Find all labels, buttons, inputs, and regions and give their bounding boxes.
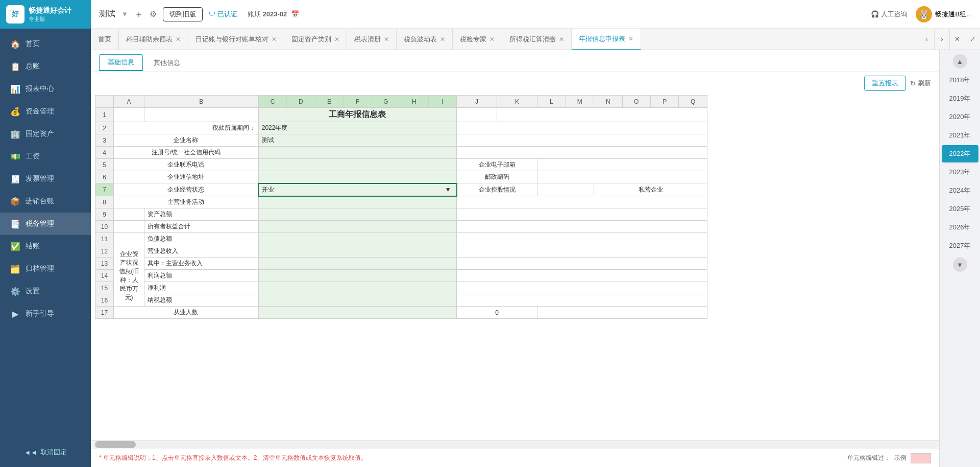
cell-15b[interactable]: 净利润 bbox=[144, 282, 259, 294]
year-item-2018年[interactable]: 2018年 bbox=[942, 72, 978, 89]
refresh-button[interactable]: ↻ 刷新 bbox=[910, 79, 931, 88]
cell-3j[interactable] bbox=[457, 134, 707, 147]
cell-6j[interactable]: 邮政编码 bbox=[457, 171, 537, 183]
cell-10j[interactable] bbox=[457, 221, 707, 233]
cell-9c[interactable] bbox=[258, 208, 456, 221]
scroll-thumb[interactable] bbox=[95, 441, 136, 448]
cell-3label[interactable]: 企业名称 bbox=[114, 134, 259, 147]
tab-3[interactable]: 固定资产类别✕ bbox=[284, 29, 347, 50]
switch-version-button[interactable]: 切到旧版 bbox=[163, 7, 203, 21]
tab-close-icon[interactable]: ✕ bbox=[559, 36, 564, 43]
cell-12a[interactable]: 企业资产状况信息(币种：人民币万元) bbox=[114, 245, 144, 307]
cell-5value[interactable] bbox=[258, 159, 456, 171]
sidebar-item-归档管理[interactable]: 🗂️归档管理 bbox=[0, 258, 91, 280]
subtab-其他信息[interactable]: 其他信息 bbox=[145, 55, 189, 71]
cell-8j[interactable] bbox=[457, 196, 707, 208]
tab-7[interactable]: 所得税汇算清缴✕ bbox=[502, 29, 572, 50]
cell-13c[interactable] bbox=[258, 258, 456, 270]
tab-5[interactable]: 税负波动表✕ bbox=[397, 29, 453, 50]
tab-next-button[interactable]: › bbox=[934, 29, 949, 50]
tab-prev-button[interactable]: ‹ bbox=[919, 29, 934, 50]
cell-16j[interactable] bbox=[457, 294, 707, 307]
cell-1j[interactable] bbox=[457, 108, 497, 122]
cell-12c[interactable] bbox=[258, 245, 456, 258]
cell-11b[interactable]: 负债总额 bbox=[144, 233, 259, 245]
cell-17l[interactable] bbox=[537, 307, 707, 319]
cell-12b[interactable]: 营业总收入 bbox=[144, 245, 259, 258]
cell-8value[interactable] bbox=[258, 196, 456, 208]
year-scroll-down-button[interactable]: ▼ bbox=[953, 258, 967, 272]
calendar-icon[interactable]: 📅 bbox=[291, 10, 299, 18]
sidebar-item-总账[interactable]: 📋总账 bbox=[0, 55, 91, 78]
collapse-button[interactable]: ◄◄ 取消固定 bbox=[0, 442, 91, 462]
tab-close-icon[interactable]: ✕ bbox=[272, 36, 277, 43]
tab-4[interactable]: 税表清册✕ bbox=[347, 29, 397, 50]
cell-11a[interactable] bbox=[114, 233, 144, 245]
reset-button[interactable]: 重置报表 bbox=[864, 76, 906, 91]
cell-7j[interactable]: 企业控股情况 bbox=[457, 183, 537, 196]
cell-7l[interactable] bbox=[537, 183, 594, 196]
cell-15j[interactable] bbox=[457, 282, 707, 294]
year-item-2019年[interactable]: 2019年 bbox=[942, 90, 978, 107]
cell-4label[interactable]: 注册号/统一社会信用代码 bbox=[114, 147, 259, 159]
cell-6l[interactable] bbox=[537, 171, 707, 183]
cell-11j[interactable] bbox=[457, 233, 707, 245]
sidebar-item-税务管理[interactable]: 📑税务管理 bbox=[0, 213, 91, 235]
cell-13b[interactable]: 其中：主营业务收入 bbox=[144, 258, 259, 270]
cell-14j[interactable] bbox=[457, 270, 707, 282]
cell-17c[interactable] bbox=[258, 307, 456, 319]
cell-10b[interactable]: 所有者权益合计 bbox=[144, 221, 259, 233]
cell-3value[interactable]: 测试 bbox=[258, 134, 456, 147]
tab-close-icon[interactable]: ✕ bbox=[440, 36, 445, 43]
cell-14b[interactable]: 利润总额 bbox=[144, 270, 259, 282]
cell-16b[interactable]: 纳税总额 bbox=[144, 294, 259, 307]
year-item-2025年[interactable]: 2025年 bbox=[942, 200, 978, 218]
cell-12j[interactable] bbox=[457, 245, 707, 258]
tab-close-all-button[interactable]: ✕ bbox=[949, 29, 965, 50]
year-item-2024年[interactable]: 2024年 bbox=[942, 182, 978, 199]
tab-close-icon[interactable]: ✕ bbox=[489, 36, 495, 43]
cell-5j[interactable]: 企业电子邮箱 bbox=[457, 159, 537, 171]
tab-expand-button[interactable]: ⤢ bbox=[965, 29, 980, 50]
sidebar-item-固定资产[interactable]: 🏢固定资产 bbox=[0, 123, 91, 145]
year-item-2020年[interactable]: 2020年 bbox=[942, 108, 978, 126]
cell-9b[interactable]: 资产总额 bbox=[144, 208, 259, 221]
business-status-dropdown[interactable]: 开业 ▼ bbox=[262, 185, 453, 194]
cell-10c[interactable] bbox=[258, 221, 456, 233]
year-item-2027年[interactable]: 2027年 bbox=[942, 237, 978, 254]
cell-8label[interactable]: 主营业务活动 bbox=[114, 196, 259, 208]
dropdown-arrow-icon[interactable]: ▼ bbox=[121, 10, 128, 18]
cell-6label[interactable]: 企业通信地址 bbox=[114, 171, 259, 183]
tab-close-icon[interactable]: ✕ bbox=[334, 36, 339, 43]
cell-11c[interactable] bbox=[258, 233, 456, 245]
cell-13j[interactable] bbox=[457, 258, 707, 270]
cell-7value[interactable]: 开业 ▼ bbox=[258, 183, 456, 196]
tab-close-icon[interactable]: ✕ bbox=[384, 36, 389, 43]
year-item-2021年[interactable]: 2021年 bbox=[942, 127, 978, 144]
cell-16c[interactable] bbox=[258, 294, 456, 307]
cell-4value[interactable] bbox=[258, 147, 456, 159]
sidebar-item-新手引导[interactable]: ▶新手引导 bbox=[0, 302, 91, 325]
cell-7n[interactable]: 私营企业 bbox=[594, 183, 707, 196]
tab-2[interactable]: 日记账与银行对账单核对✕ bbox=[188, 29, 284, 50]
cell-9j[interactable] bbox=[457, 208, 707, 221]
sidebar-item-设置[interactable]: ⚙️设置 bbox=[0, 280, 91, 302]
sidebar-item-结账[interactable]: ✅结账 bbox=[0, 235, 91, 258]
sidebar-item-进销台账[interactable]: 📦进销台账 bbox=[0, 190, 91, 213]
cell-17j[interactable]: 0 bbox=[457, 307, 537, 319]
cell-6value[interactable] bbox=[258, 171, 456, 183]
user-menu[interactable]: 🐰 畅捷通B组... bbox=[916, 6, 972, 22]
cell-title[interactable]: 工商年报信息表 bbox=[258, 108, 456, 122]
horizontal-scrollbar[interactable] bbox=[91, 440, 939, 449]
year-item-2026年[interactable]: 2026年 bbox=[942, 219, 978, 236]
cell-2a[interactable]: 税款所属期间： bbox=[114, 122, 259, 134]
tab-close-icon[interactable]: ✕ bbox=[628, 35, 633, 42]
tab-8[interactable]: 年报信息申报表✕ bbox=[572, 29, 641, 50]
service-button[interactable]: 🎧 人工咨询 bbox=[871, 10, 908, 19]
cell-1b[interactable] bbox=[144, 108, 259, 122]
cell-4j[interactable] bbox=[457, 147, 707, 159]
cell-14c[interactable] bbox=[258, 270, 456, 282]
tab-1[interactable]: 科目辅助余额表✕ bbox=[119, 29, 188, 50]
cell-10a[interactable] bbox=[114, 221, 144, 233]
year-item-2022年[interactable]: 2022年 bbox=[942, 145, 978, 162]
